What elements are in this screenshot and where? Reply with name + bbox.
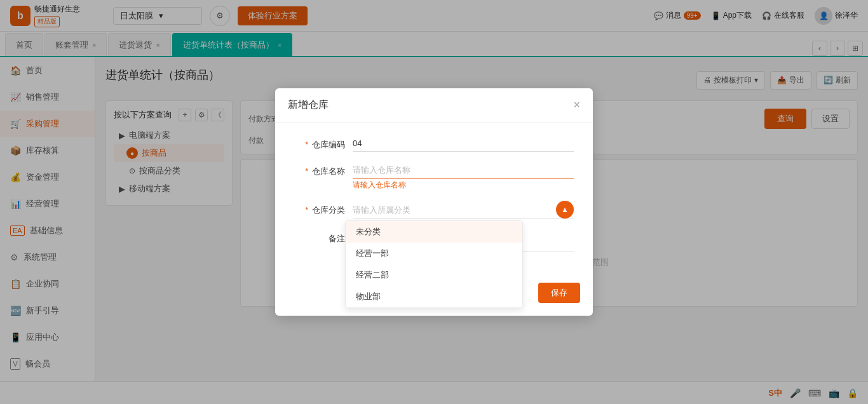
form-row-name: * 仓库名称 请输入仓库名称	[294, 162, 574, 191]
code-input[interactable]	[353, 135, 574, 152]
dropdown-item-property[interactable]: 物业部	[346, 286, 522, 307]
code-label: * 仓库编码	[294, 135, 345, 151]
form-row-code: * 仓库编码	[294, 135, 574, 152]
name-error-msg: 请输入仓库名称	[353, 180, 574, 191]
modal-header: 新增仓库 ×	[275, 88, 593, 123]
note-label: 备注	[294, 229, 345, 245]
name-input[interactable]	[353, 162, 574, 178]
modal-title: 新增仓库	[288, 98, 329, 112]
name-label: * 仓库名称	[294, 162, 345, 177]
modal-overlay[interactable]: 新增仓库 × * 仓库编码 * 仓库名称 请输入仓库名称	[0, 0, 868, 404]
modal-close-icon[interactable]: ×	[573, 98, 580, 112]
category-dropdown: 未分类 经营一部 经营二部 物业部	[345, 220, 523, 308]
name-field-wrap: 请输入仓库名称	[353, 162, 574, 191]
save-button[interactable]: 保存	[538, 283, 580, 303]
category-input[interactable]	[353, 202, 556, 218]
modal-body: * 仓库编码 * 仓库名称 请输入仓库名称 *	[275, 123, 593, 275]
category-input-wrap: ▲	[353, 201, 574, 219]
dropdown-item-dept1[interactable]: 经营一部	[346, 243, 522, 264]
category-chevron-up-btn[interactable]: ▲	[556, 201, 574, 219]
add-warehouse-modal: 新增仓库 × * 仓库编码 * 仓库名称 请输入仓库名称	[275, 88, 593, 316]
dropdown-item-dept2[interactable]: 经营二部	[346, 264, 522, 286]
dropdown-item-uncategorized[interactable]: 未分类	[346, 221, 522, 243]
form-row-category: * 仓库分类 ▲ 未分类 经营一部 经营二部	[294, 201, 574, 219]
category-label: * 仓库分类	[294, 201, 345, 216]
